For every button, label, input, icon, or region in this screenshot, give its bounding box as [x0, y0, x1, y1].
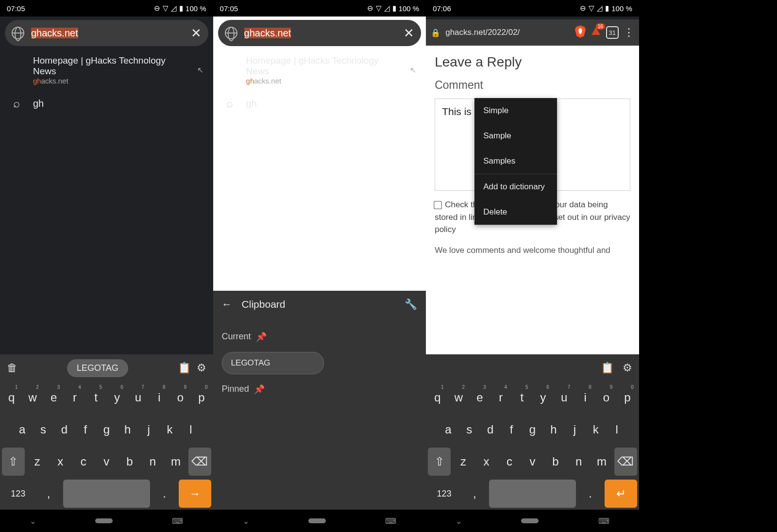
key-r[interactable]: 4r — [65, 383, 84, 412]
nav-home-pill[interactable] — [521, 518, 539, 523]
url-text[interactable]: ghacks.net — [31, 28, 184, 39]
backspace-key[interactable]: ⌫ — [188, 448, 211, 476]
key-g[interactable]: g — [523, 416, 542, 444]
nav-home-pill[interactable] — [95, 518, 113, 523]
key-y[interactable]: 6y — [533, 383, 552, 412]
key-r[interactable]: 4r — [491, 383, 510, 412]
key-h[interactable]: h — [544, 416, 563, 444]
key-o[interactable]: 9o — [597, 383, 616, 412]
key-p[interactable]: 0p — [618, 383, 637, 412]
nav-down-icon[interactable]: ⌄ — [456, 516, 462, 526]
insert-arrow-icon[interactable]: ↖ — [197, 66, 203, 75]
go-key[interactable]: → — [179, 480, 211, 508]
suggestion-search[interactable]: ⌕ gh — [0, 91, 213, 116]
key-s[interactable]: s — [34, 416, 52, 444]
key-t[interactable]: 5t — [512, 383, 531, 412]
spell-option[interactable]: Samples — [474, 149, 557, 174]
key-m[interactable]: m — [591, 448, 612, 476]
key-e[interactable]: 3e — [44, 383, 63, 412]
nav-keyboard-icon[interactable]: ⌨ — [172, 516, 183, 526]
spell-option[interactable]: Simple — [474, 98, 557, 123]
wrench-icon[interactable]: 🔧 — [405, 299, 417, 310]
key-w[interactable]: 2w — [23, 383, 42, 412]
key-y[interactable]: 6y — [107, 383, 126, 412]
url-text[interactable]: ghacks.net/2022/02/ — [445, 28, 570, 37]
menu-dots-icon[interactable]: ⋮ — [624, 26, 634, 39]
delete-word[interactable]: Delete — [474, 200, 557, 225]
spell-option[interactable]: Sample — [474, 123, 557, 149]
brave-shield-icon[interactable] — [575, 25, 586, 40]
key-v[interactable]: v — [96, 448, 118, 476]
clear-icon[interactable]: ✕ — [404, 26, 414, 41]
key-m[interactable]: m — [165, 448, 186, 476]
key-a[interactable]: a — [439, 416, 457, 444]
key-z[interactable]: z — [453, 448, 474, 476]
gear-icon[interactable]: ⚙ — [623, 362, 632, 374]
clear-icon[interactable]: ✕ — [191, 26, 202, 41]
key-l[interactable]: l — [181, 416, 200, 444]
key-b[interactable]: b — [119, 448, 140, 476]
add-to-dictionary[interactable]: Add to dictionary — [474, 174, 557, 200]
nav-home-pill[interactable] — [308, 518, 326, 523]
key-g[interactable]: g — [97, 416, 116, 444]
space-key[interactable] — [63, 480, 150, 508]
suggestion-history[interactable]: Homepage | gHacks Technology News ghacks… — [0, 50, 213, 91]
key-w[interactable]: 2w — [449, 383, 468, 412]
key-i[interactable]: 8i — [150, 383, 169, 412]
backspace-key[interactable]: ⌫ — [614, 448, 637, 476]
space-key[interactable] — [489, 480, 576, 508]
shift-key[interactable]: ⇧ — [428, 448, 451, 476]
comment-textarea[interactable]: This is a test. Smple Simple Sample Samp… — [435, 99, 630, 191]
insert-arrow-icon[interactable]: ↖ — [410, 66, 416, 75]
clipboard-item[interactable]: LEGOTAG — [222, 352, 324, 374]
clipboard-icon[interactable]: 📋 — [178, 362, 191, 374]
key-l[interactable]: l — [607, 416, 626, 444]
key-x[interactable]: x — [476, 448, 497, 476]
consent-checkbox[interactable] — [434, 201, 442, 209]
shift-key[interactable]: ⇧ — [2, 448, 25, 476]
key-p[interactable]: 0p — [192, 383, 211, 412]
extension-badge-icon[interactable]: 16 — [591, 26, 601, 39]
url-bar[interactable]: ghacks.net ✕ — [5, 20, 208, 46]
key-e[interactable]: 3e — [470, 383, 489, 412]
period-key[interactable]: . — [578, 480, 603, 508]
key-q[interactable]: 1q — [2, 383, 21, 412]
key-n[interactable]: n — [142, 448, 164, 476]
key-c[interactable]: c — [73, 448, 94, 476]
pin-icon[interactable]: 📌 — [256, 332, 267, 342]
comma-key[interactable]: , — [462, 480, 487, 508]
key-x[interactable]: x — [50, 448, 71, 476]
key-c[interactable]: c — [499, 448, 520, 476]
enter-key[interactable]: ↵ — [605, 480, 637, 508]
key-v[interactable]: v — [522, 448, 543, 476]
period-key[interactable]: . — [152, 480, 177, 508]
key-k[interactable]: k — [160, 416, 179, 444]
key-z[interactable]: z — [27, 448, 48, 476]
key-f[interactable]: f — [76, 416, 95, 444]
key-h[interactable]: h — [118, 416, 137, 444]
nav-down-icon[interactable]: ⌄ — [243, 516, 249, 526]
key-j[interactable]: j — [565, 416, 584, 444]
url-text[interactable]: ghacks.net — [244, 28, 397, 39]
nav-down-icon[interactable]: ⌄ — [30, 516, 36, 526]
url-bar[interactable]: ghacks.net ✕ — [218, 20, 422, 46]
gear-icon[interactable]: ⚙ — [197, 362, 206, 374]
key-u[interactable]: 7u — [555, 383, 574, 412]
nav-keyboard-icon[interactable]: ⌨ — [598, 516, 609, 526]
suggestion-history[interactable]: Homepage | gHacks Technology News ghacks… — [213, 50, 426, 91]
key-k[interactable]: k — [586, 416, 605, 444]
numeric-key[interactable]: 123 — [2, 480, 34, 508]
key-s[interactable]: s — [460, 416, 479, 444]
key-f[interactable]: f — [502, 416, 521, 444]
key-q[interactable]: 1q — [428, 383, 447, 412]
clipboard-chip[interactable]: LEGOTAG — [67, 359, 128, 377]
back-arrow-icon[interactable]: ← — [222, 299, 232, 310]
key-a[interactable]: a — [13, 416, 32, 444]
pin-icon[interactable]: 📌 — [254, 384, 265, 395]
tab-count[interactable]: 31 — [606, 26, 619, 39]
key-b[interactable]: b — [545, 448, 566, 476]
suggestion-search[interactable]: ⌕ gh — [213, 91, 426, 116]
key-d[interactable]: d — [55, 416, 74, 444]
key-i[interactable]: 8i — [575, 383, 594, 412]
numeric-key[interactable]: 123 — [428, 480, 460, 508]
